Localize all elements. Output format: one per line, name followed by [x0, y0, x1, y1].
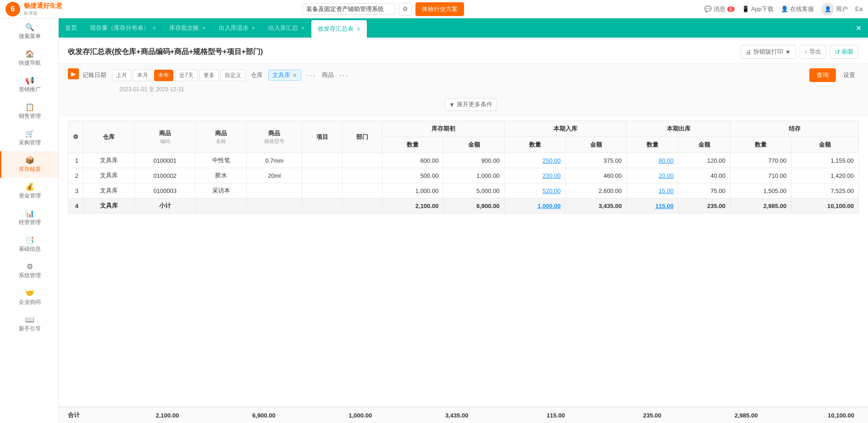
tab-home-label: 首页	[65, 24, 77, 32]
row1-seq: 1	[68, 153, 83, 168]
query-button[interactable]: 查询	[809, 68, 836, 82]
app-name-area: 畅捷通好生意 标准版	[24, 2, 62, 16]
expand-button[interactable]: ▼ 展开更多条件	[445, 98, 497, 111]
row3-out-qty[interactable]: 15.00	[627, 183, 679, 198]
footer-out-qty: 115.00	[473, 412, 569, 419]
print-button[interactable]: 🖨 拆锁版打印 ▼	[741, 45, 796, 59]
subtotal-in-qty[interactable]: 1,000.00	[504, 198, 565, 214]
row3-bal-qty: 1,505.00	[730, 183, 791, 198]
tab-flow[interactable]: 出入库流水 ✕	[212, 19, 262, 37]
sidebar-item-system[interactable]: ⚙ 系统管理	[0, 258, 58, 284]
experience-button[interactable]: 体验行业方案	[415, 2, 464, 16]
collab-icon: 🤝	[25, 289, 34, 297]
tab-close-flow[interactable]: ✕	[251, 25, 255, 31]
table-row: 3 文具库 0100003 采访本 1,000.00 5,000.00 520.…	[68, 183, 859, 198]
sidebar-label-marketing: 营销推广	[19, 86, 41, 93]
ea-text: Ea	[855, 5, 862, 12]
date-btn-more[interactable]: 更多	[199, 70, 219, 81]
content-area: 首页 现存量（库存分布表） ✕ 库存批次账 ✕ 出入库流水 ✕ 出入库汇总 ✕	[59, 18, 868, 423]
sidebar-item-inventory[interactable]: 📦 库存核算	[0, 151, 58, 178]
date-btn-year[interactable]: 本年	[154, 70, 173, 81]
warehouse-dots[interactable]: ···	[307, 71, 316, 80]
th-open-qty: 数量	[382, 137, 443, 153]
sidebar-item-quick[interactable]: 🏠 快捷导航	[0, 45, 58, 71]
chevron-down-icon: ▼	[785, 49, 791, 55]
th-dept: 部门	[342, 121, 382, 153]
date-btn-cur[interactable]: 本月	[133, 70, 152, 81]
subtotal-in-amt: 3,435.00	[565, 198, 626, 214]
tab-close-summary-inout[interactable]: ✕	[301, 25, 305, 31]
online-service-item[interactable]: 👤 在线客服	[781, 5, 814, 13]
date-btn-custom[interactable]: 自定义	[221, 70, 245, 81]
message-item[interactable]: 💬 消息 6	[704, 5, 735, 13]
sidebar-item-sales[interactable]: 📋 销售管理	[0, 98, 58, 125]
row3-warehouse: 文具库	[83, 183, 135, 198]
refresh-button[interactable]: ↺ 刷新	[830, 45, 859, 59]
th-warehouse: 仓库	[83, 121, 135, 153]
service-icon: 👤	[781, 5, 788, 12]
sidebar-item-marketing[interactable]: 📢 营销推广	[0, 71, 58, 98]
row2-seq: 2	[68, 168, 83, 183]
tab-close-batch[interactable]: ✕	[202, 25, 206, 31]
row1-open-amt: 900.00	[443, 153, 504, 168]
sidebar-label-quick: 快捷导航	[19, 59, 41, 67]
sidebar-item-purchase[interactable]: 🛒 采购管理	[0, 125, 58, 151]
filter-rows: 记账日期 上月 本月 本年 近7天 更多 自定义	[83, 68, 859, 111]
date-range-text: 2023-01-01 至 2023-12-31	[119, 86, 184, 93]
message-icon: 💬	[704, 5, 712, 12]
marketing-icon: 📢	[25, 76, 34, 85]
settings-link[interactable]: 设置	[840, 70, 859, 80]
warehouse-tag-close[interactable]: ✕	[292, 72, 297, 79]
export-button[interactable]: ↑ 导出	[800, 45, 827, 59]
sidebar-item-collab[interactable]: 🤝 企业协同	[0, 284, 58, 311]
row3-in-qty[interactable]: 520.00	[504, 183, 565, 198]
gear-button[interactable]: ⚙	[399, 3, 412, 16]
filter-row-2: 2023-01-01 至 2023-12-31	[83, 85, 859, 93]
goods-dots[interactable]: ···	[339, 71, 349, 80]
sidebar-label-purchase: 采购管理	[19, 139, 41, 147]
avatar-icon: 👤	[824, 6, 831, 12]
tab-summary-inout[interactable]: 出入库汇总 ✕	[262, 19, 311, 37]
sidebar-item-finance[interactable]: 💰 资金管理	[0, 178, 58, 204]
tab-recv-send[interactable]: 收发存汇总表 ✕	[311, 20, 367, 38]
footer-open-amt: 6,900.00	[183, 412, 280, 419]
print-label: 拆锁版打印	[753, 48, 783, 56]
system-selector[interactable]: 装备及固定资产辅助管理系统	[302, 3, 395, 15]
tab-close-inventory-dist[interactable]: ✕	[152, 25, 156, 31]
row2-out-qty[interactable]: 20.00	[627, 168, 679, 183]
sidebar-item-basic[interactable]: 📑 基础信息	[0, 231, 58, 258]
th-settings[interactable]: ⚙	[68, 121, 83, 153]
sidebar-item-search[interactable]: 🔍 搜索菜单	[0, 18, 58, 45]
row1-in-qty[interactable]: 250.00	[504, 153, 565, 168]
search-icon: 🔍	[25, 23, 34, 32]
toggle-arrow-button[interactable]: ▶	[68, 68, 79, 79]
phone-icon: 📱	[742, 5, 749, 12]
subtotal-out-qty[interactable]: 115.00	[627, 198, 679, 214]
app-subtitle: 标准版	[24, 10, 62, 16]
warehouse-tag: 文具库 ✕	[268, 70, 301, 81]
sales-icon: 📋	[25, 103, 34, 111]
main-table: ⚙ 仓库 商品编码 商品名称 商品规格型号 项目 部门 库存期初 本期入库 本期…	[68, 121, 859, 214]
tab-inventory-dist[interactable]: 现存量（库存分布表） ✕	[83, 19, 163, 37]
footer-bal-qty: 2,985.00	[666, 412, 762, 419]
inventory-icon: 📦	[25, 156, 34, 165]
tab-batch[interactable]: 库存批次账 ✕	[163, 19, 212, 37]
sidebar-item-operation[interactable]: 📊 经营管理	[0, 204, 58, 231]
th-group-open: 库存期初	[382, 121, 504, 137]
th-group-out: 本期出库	[627, 121, 730, 137]
app-download-item[interactable]: 📱 App下载	[742, 5, 774, 13]
row1-code: 0100001	[134, 153, 195, 168]
row2-code: 0100002	[134, 168, 195, 183]
tab-bar-close[interactable]: ✕	[849, 19, 868, 37]
date-btn-last[interactable]: 上月	[112, 70, 131, 81]
page-header: 收发存汇总表(按仓库+商品编码+商品+规格型号+项目+部门) 🖨 拆锁版打印 ▼…	[59, 38, 868, 64]
sidebar-item-newbie[interactable]: 📖 新手引导	[0, 311, 58, 337]
tab-close-recv-send[interactable]: ✕	[356, 26, 360, 32]
row1-out-qty[interactable]: 80.00	[627, 153, 679, 168]
tab-home[interactable]: 首页	[59, 19, 83, 37]
row2-in-qty[interactable]: 230.00	[504, 168, 565, 183]
sidebar-label-finance: 资金管理	[19, 192, 41, 200]
user-item[interactable]: 👤 用户	[821, 3, 848, 16]
goods-label: 商品	[322, 71, 334, 79]
date-btn-7days[interactable]: 近7天	[175, 70, 198, 81]
